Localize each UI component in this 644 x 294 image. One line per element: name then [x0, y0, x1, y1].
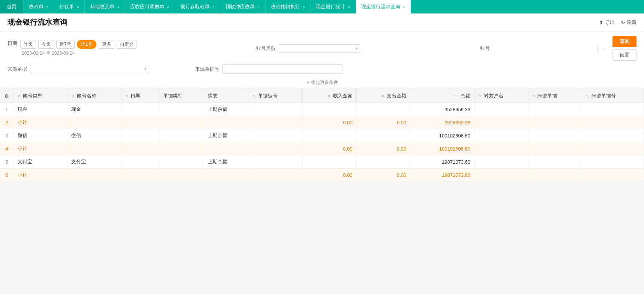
close-icon[interactable]: ×: [77, 4, 79, 9]
table-body: 1 现金 现金 上期余额 -3528659.33 2 小计 0.00 0.00 …: [0, 103, 644, 182]
export-button[interactable]: ⬆ 导出: [599, 19, 615, 26]
date-btn-today[interactable]: 今天: [38, 40, 54, 49]
collapse-bar[interactable]: ∧ 收起更多条件: [0, 77, 644, 88]
col-doc-type: 单据类型: [159, 89, 204, 103]
cell-account-name: 微信: [68, 129, 122, 142]
close-icon[interactable]: ×: [167, 4, 169, 9]
account-input[interactable]: [493, 44, 598, 53]
settings-button[interactable]: 设置: [612, 49, 636, 61]
cell-doc-type: [159, 155, 204, 169]
cell-income: 0.00: [303, 142, 357, 155]
close-icon[interactable]: ×: [303, 4, 305, 9]
nav-item-shoudan[interactable]: 收款单 ×: [24, 0, 54, 13]
cell-counterparty: [474, 142, 528, 155]
close-icon[interactable]: ×: [403, 4, 405, 9]
query-button[interactable]: 查询: [612, 36, 636, 47]
close-icon[interactable]: ×: [212, 4, 215, 9]
nav-item-yingshou[interactable]: 应收应付调整单 ×: [125, 0, 175, 13]
cell-account-type: 支付宝: [14, 155, 68, 169]
collapse-label: 收起更多条件: [311, 80, 338, 85]
cell-account-name: 现金: [68, 103, 122, 116]
date-btn-more[interactable]: 更多: [99, 40, 114, 49]
table-row: 4 小计 0.00 0.00 100102606.60: [0, 142, 644, 155]
cell-source-doc: [528, 103, 582, 116]
nav-item-yushou[interactable]: 预收冲应收单 ×: [220, 0, 265, 13]
col-account-name[interactable]: ⇅ 账号名称: [68, 89, 122, 103]
cell-source-doc: [528, 142, 582, 155]
col-balance[interactable]: ⇅ 余额: [410, 89, 474, 103]
row-number: 1: [0, 103, 14, 116]
data-table: ⚙ ⇅ 账号类型 ⇅ 账号名称 ⇅ 日期 单据类型 摘要: [0, 89, 644, 182]
nav-home[interactable]: 首页: [0, 0, 24, 13]
account-type-filter: 账号类型 ▾: [256, 44, 361, 53]
cell-account-type: 小计: [14, 116, 68, 129]
sort-icon: ⇅: [455, 94, 458, 98]
table-row: 5 支付宝 支付宝 上期余额 19871073.60: [0, 155, 644, 169]
more-options-button[interactable]: ...: [601, 46, 605, 51]
nav-label: 收款单: [29, 3, 44, 10]
chevron-down-icon: ▾: [144, 67, 147, 72]
account-type-select[interactable]: ▾: [279, 44, 361, 53]
cell-counterparty: [474, 116, 528, 129]
nav-item-xianjin-query[interactable]: 现金银行流水查询 ×: [356, 0, 411, 13]
nav-item-shoukuan[interactable]: 收款核销执行 ×: [266, 0, 311, 13]
sort-icon: ⇅: [18, 94, 21, 98]
table-row: 3 微信 微信 上期余额 100102606.60: [0, 129, 644, 142]
sort-icon: ⇅: [586, 94, 589, 98]
date-label: 日期: [8, 40, 17, 47]
cell-expense: 0.00: [356, 169, 410, 182]
source-doc-no-input[interactable]: [222, 64, 342, 74]
date-btn-1month[interactable]: 近1月: [77, 40, 97, 49]
cell-counterparty: [474, 103, 528, 116]
filter-area: 日期 昨天 今天 近7天 近1月 更多 自定义 2023-02-24 至 202…: [0, 31, 644, 77]
cell-doc-type: [159, 129, 204, 142]
cell-account-type: 微信: [14, 129, 68, 142]
cell-summary: 上期余额: [204, 155, 249, 169]
col-expense[interactable]: ⇅ 支出金额: [356, 89, 410, 103]
cell-counterparty: [474, 169, 528, 182]
nav-item-fukuan[interactable]: 付款单 ×: [54, 0, 84, 13]
col-source-doc[interactable]: ⇅ 来源单据: [528, 89, 582, 103]
cell-doc-no: [249, 155, 303, 169]
col-account-type[interactable]: ⇅ 账号类型: [14, 89, 68, 103]
close-icon[interactable]: ×: [257, 4, 260, 9]
sort-icon: ⇅: [381, 94, 384, 98]
cell-source-doc-no: [582, 169, 644, 182]
nav-item-yinhang[interactable]: 银行存取款单 ×: [175, 0, 220, 13]
cell-doc-no: [249, 142, 303, 155]
cell-balance: 100102606.60: [410, 142, 474, 155]
table-header-row: ⚙ ⇅ 账号类型 ⇅ 账号名称 ⇅ 日期 单据类型 摘要: [0, 89, 644, 103]
close-icon[interactable]: ×: [348, 4, 350, 9]
close-icon[interactable]: ×: [117, 4, 119, 9]
date-btn-yesterday[interactable]: 昨天: [20, 40, 36, 49]
col-income[interactable]: ⇅ 收入金额: [303, 89, 357, 103]
cell-summary: [204, 169, 249, 182]
page-title: 现金银行流水查询: [8, 17, 68, 27]
cell-balance: 19871073.60: [410, 169, 474, 182]
sort-icon: ⇅: [71, 94, 74, 98]
cell-income: [303, 103, 357, 116]
cell-expense: [356, 155, 410, 169]
cell-income: 0.00: [303, 169, 357, 182]
col-counterparty[interactable]: ⇅ 对方户名: [474, 89, 528, 103]
source-doc-select[interactable]: ▾: [30, 65, 150, 73]
cell-source-doc: [528, 116, 582, 129]
nav-label: 现金银行统计: [316, 3, 345, 10]
nav-item-xianjin-stat[interactable]: 现金银行统计 ×: [311, 0, 356, 13]
cell-source-doc-no: [582, 142, 644, 155]
date-btn-custom[interactable]: 自定义: [117, 40, 137, 49]
col-doc-no[interactable]: ⇅ 单据编号: [249, 89, 303, 103]
cell-balance: 100102606.60: [410, 129, 474, 142]
date-range: 2023-02-24 至 2023-03-24: [22, 50, 137, 57]
top-nav: 首页 收款单 × 付款单 × 其他收入单 × 应收应付调整单 × 银行存取款单 …: [0, 0, 644, 13]
close-icon[interactable]: ×: [46, 4, 48, 9]
col-date[interactable]: ⇅ 日期: [121, 89, 159, 103]
col-settings[interactable]: ⚙: [0, 89, 14, 103]
col-source-doc-no[interactable]: ⇅ 来源单据号: [582, 89, 644, 103]
nav-item-qitashouru[interactable]: 其他收入单 ×: [85, 0, 125, 13]
filter-row-2: 来源单据 ▾ 来源单据号: [8, 64, 636, 74]
cell-income: 0.00: [303, 116, 357, 129]
refresh-button[interactable]: ↻ 刷新: [621, 19, 636, 26]
date-btn-7days[interactable]: 近7天: [56, 40, 75, 49]
cell-source-doc-no: [582, 155, 644, 169]
